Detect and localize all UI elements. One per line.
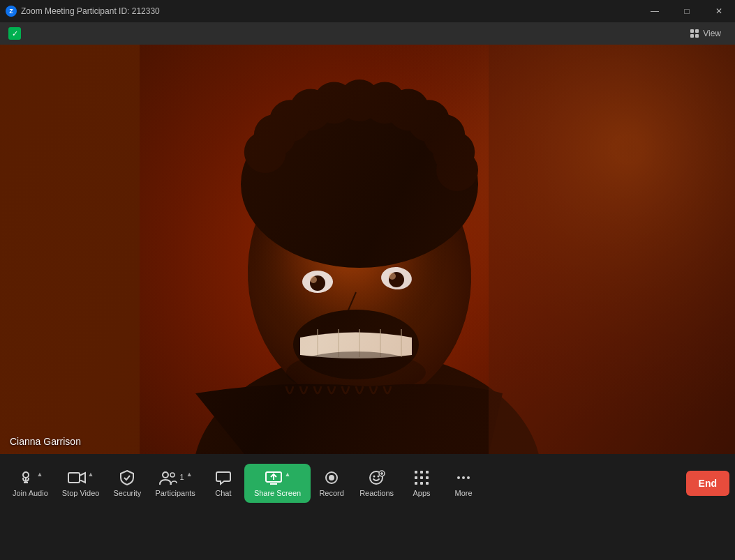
svg-rect-0 [690, 29, 694, 33]
video-icon [68, 469, 86, 486]
bottom-toolbar: ▲ Join Audio ▲ Stop Video Security [0, 454, 735, 513]
security-shield-icon: ✓ [8, 27, 21, 40]
share-screen-label: Share Screen [254, 489, 301, 497]
svg-point-9 [163, 472, 168, 478]
svg-point-15 [329, 475, 334, 480]
video-area: Cianna Garrison [0, 45, 735, 454]
svg-point-18 [377, 476, 379, 478]
chat-label: Chat [215, 489, 231, 497]
titlebar-controls: — □ ✕ [639, 0, 735, 22]
titlebar-logo: Z Zoom Meeting Participant ID: 212330 [6, 6, 160, 17]
reactions-icon-area [368, 469, 386, 486]
record-button[interactable]: Record [311, 465, 352, 501]
participants-chevron: ▲ [186, 471, 193, 478]
svg-point-10 [170, 473, 175, 477]
participants-label: Participants [155, 489, 195, 497]
minimize-button[interactable]: — [639, 0, 671, 22]
stop-video-label: Stop Video [62, 489, 100, 497]
join-audio-label: Join Audio [13, 489, 48, 497]
svg-point-31 [457, 476, 460, 479]
reactions-button[interactable]: Reactions [352, 465, 401, 501]
chat-icon [215, 469, 232, 486]
reactions-icon [368, 469, 386, 486]
svg-rect-24 [426, 471, 429, 474]
record-icon [323, 469, 340, 486]
svg-rect-2 [690, 34, 694, 38]
stop-video-chevron: ▲ [88, 471, 94, 478]
titlebar-title: Zoom Meeting Participant ID: 212330 [21, 6, 160, 16]
security-icon [119, 469, 135, 486]
participants-count: 1 [180, 473, 184, 481]
view-icon [690, 29, 699, 38]
join-audio-icon-area: ▲ [17, 469, 43, 486]
apps-icon [413, 469, 430, 486]
close-button[interactable]: ✕ [703, 0, 735, 22]
view-label: View [703, 29, 721, 38]
share-screen-button[interactable]: ▲ Share Screen [244, 464, 311, 503]
join-audio-chevron: ▲ [36, 471, 43, 478]
reactions-label: Reactions [359, 489, 394, 497]
apps-label: Apps [413, 489, 431, 497]
share-screen-icon-area: ▲ [265, 469, 291, 486]
participants-icon-area: 1 ▲ [158, 469, 193, 486]
join-audio-button[interactable]: ▲ Join Audio [6, 465, 55, 501]
stop-video-button[interactable]: ▲ Stop Video [55, 465, 107, 501]
security-button[interactable]: Security [106, 465, 148, 501]
microphone-icon [17, 469, 34, 486]
share-screen-chevron: ▲ [285, 471, 291, 478]
svg-rect-25 [415, 476, 417, 479]
svg-point-32 [462, 476, 465, 479]
titlebar: Z Zoom Meeting Participant ID: 212330 — … [0, 0, 735, 22]
svg-rect-1 [695, 29, 699, 33]
chat-button[interactable]: Chat [202, 465, 244, 501]
share-screen-icon [265, 469, 283, 486]
zoom-secondary-toolbar: ✓ View [0, 22, 735, 45]
security-icon-area [119, 469, 135, 486]
svg-rect-27 [426, 476, 429, 479]
svg-rect-26 [420, 476, 423, 479]
person-name-label: Cianna Garrison [10, 436, 81, 447]
participants-icon [158, 469, 178, 486]
maximize-button[interactable]: □ [671, 0, 703, 22]
svg-point-17 [373, 476, 375, 478]
security-label: Security [114, 489, 142, 497]
participants-button[interactable]: 1 ▲ Participants [148, 465, 202, 501]
end-button[interactable]: End [686, 471, 729, 496]
svg-rect-28 [415, 482, 417, 485]
video-canvas [0, 45, 735, 454]
apps-icon-area [413, 469, 430, 486]
more-icon [455, 469, 472, 486]
zoom-icon: Z [6, 6, 17, 17]
more-button[interactable]: More [443, 465, 484, 501]
more-label: More [455, 489, 473, 497]
more-icon-area [455, 469, 472, 486]
svg-rect-22 [415, 471, 417, 474]
record-label: Record [319, 489, 343, 497]
svg-marker-8 [80, 473, 85, 483]
stop-video-icon-area: ▲ [68, 469, 94, 486]
svg-rect-7 [68, 473, 80, 483]
apps-button[interactable]: Apps [401, 465, 443, 501]
svg-rect-29 [420, 482, 423, 485]
svg-rect-3 [695, 34, 699, 38]
svg-rect-23 [420, 471, 423, 474]
svg-point-4 [23, 472, 29, 478]
chat-icon-area [215, 469, 232, 486]
record-icon-area [323, 469, 340, 486]
svg-point-33 [467, 476, 470, 479]
view-button[interactable]: View [684, 27, 727, 40]
svg-rect-30 [426, 482, 429, 485]
